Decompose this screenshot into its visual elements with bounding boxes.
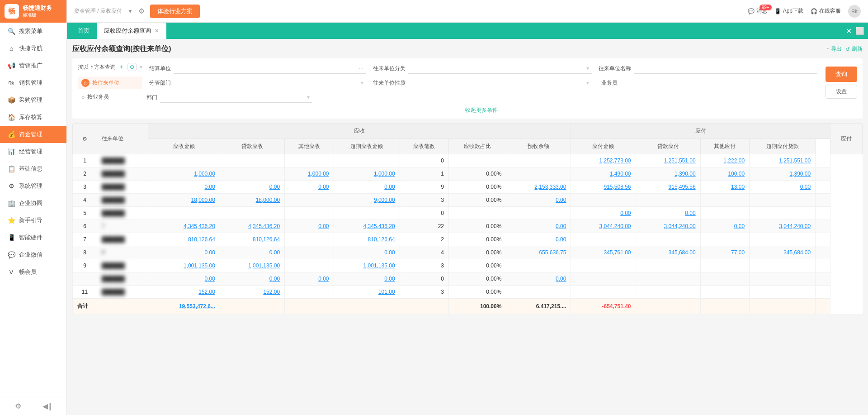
- cell-ar_count: 4: [400, 246, 448, 259]
- filter-nav-by-staff[interactable]: ○ 按业务员: [78, 91, 142, 103]
- sidebar-item-member[interactable]: V 畅会员: [0, 263, 66, 281]
- sidebar-item-enterprise[interactable]: 🏢 企业协同: [0, 195, 66, 212]
- cell-ar_other: [285, 207, 334, 220]
- logo-icon: 畅: [5, 4, 19, 19]
- sidebar-item-label: 基础信息: [19, 165, 42, 173]
- cell-ap_amount: [571, 259, 636, 272]
- cell-ar_amount: 152.00: [148, 286, 220, 299]
- cell-ar_amount: 1,000.00: [148, 167, 220, 181]
- settings-bottom-icon[interactable]: ⚙: [15, 402, 21, 410]
- cell-ar_amount: 0.00: [148, 272, 220, 286]
- sidebar-item-sales[interactable]: 🛍 销售管理: [0, 74, 66, 91]
- user-avatar[interactable]: Rit: [848, 5, 861, 18]
- filter-add-icon[interactable]: ＋: [118, 63, 125, 71]
- filter-nav-by-unit[interactable]: ◎ 按往来单位: [78, 76, 142, 89]
- cell-ap_amount: 915,508.56: [571, 181, 636, 194]
- marketing-icon: 📢: [7, 62, 15, 69]
- settings-button[interactable]: 设置: [826, 85, 857, 99]
- cell-unit: ██████: [97, 259, 148, 272]
- filter-collapse-left-icon[interactable]: «: [139, 64, 142, 70]
- cell-ap_loan: [636, 272, 700, 286]
- app-download-button[interactable]: 📱 App下载: [774, 7, 803, 15]
- dropdown-icon: ▾: [586, 65, 589, 72]
- staff-nav-icon: ○: [81, 94, 85, 100]
- cell-ap_overdue: [750, 194, 816, 207]
- filter-action-btns: 查询 设置: [821, 63, 857, 114]
- sidebar-item-hardware[interactable]: 📱 智能硬件: [0, 229, 66, 246]
- hardware-icon: 📱: [7, 234, 15, 241]
- filter-label: 按以下方案查询: [78, 63, 116, 71]
- cell-ap_loan: 1,390.00: [636, 167, 700, 181]
- cell-ar_count: 0: [400, 207, 448, 220]
- sidebar-item-funds[interactable]: 💰 资金管理: [0, 126, 66, 143]
- cell-ap_other: [700, 207, 749, 220]
- sidebar-item-guide[interactable]: ⭐ 新手引导: [0, 212, 66, 229]
- cell-ar_ratio: 0.00%: [449, 272, 506, 286]
- cell-ar_amount: 0.00: [148, 181, 220, 194]
- footer-ap-loan: [636, 299, 700, 314]
- topbar-gear-icon[interactable]: ⚙: [138, 7, 145, 15]
- tab-close-icon[interactable]: ✕: [155, 28, 159, 34]
- sidebar-item-inventory[interactable]: 🏠 库存核算: [0, 109, 66, 126]
- sidebar-item-label: 采购管理: [19, 96, 42, 104]
- sidebar-item-wechat[interactable]: 💬 企业微信: [0, 246, 66, 263]
- cell-unit: ██████: [97, 207, 148, 220]
- sidebar-item-marketing[interactable]: 📢 营销推广: [0, 57, 66, 74]
- cell-ar_ratio: 0.00%: [449, 167, 506, 181]
- maximize-window-icon[interactable]: ⬜: [855, 27, 864, 35]
- filter-row-3: 部门 ▾: [146, 92, 817, 103]
- unit-name-input[interactable]: [634, 63, 817, 74]
- logo-char: 畅: [8, 7, 15, 16]
- sidebar-item-system[interactable]: ⚙ 系统管理: [0, 177, 66, 195]
- cell-ap_loan: [636, 286, 700, 299]
- table-row: 1██████01,252,773.001,251,551.001,222.00…: [73, 154, 863, 167]
- tab-arquery[interactable]: 应收应付余额查询 ✕: [97, 23, 166, 39]
- cell-unit: ██████: [97, 233, 148, 246]
- sidebar-item-operations[interactable]: 📊 经营管理: [0, 143, 66, 160]
- sidebar-item-quicknav[interactable]: ⌂ 快捷导航: [0, 40, 66, 57]
- cell-ar_prepay: [506, 154, 571, 167]
- message-button[interactable]: 💬 消息 99+: [748, 7, 767, 15]
- department-input[interactable]: ▾: [160, 92, 312, 103]
- tab-home[interactable]: 首页: [71, 23, 97, 39]
- topbar-expand-icon[interactable]: ▼: [127, 8, 133, 14]
- tab-home-label: 首页: [78, 27, 90, 35]
- cell-ar_amount: 18,000.00: [148, 194, 220, 207]
- th-group-ap: 应付: [571, 124, 830, 139]
- funds-icon: 💰: [7, 131, 15, 138]
- export-button[interactable]: ↑ 导出: [826, 45, 842, 53]
- close-window-icon[interactable]: ✕: [846, 27, 852, 35]
- unit-nature-input[interactable]: ▾: [408, 77, 592, 88]
- query-button[interactable]: 查询: [826, 67, 857, 82]
- salesperson-input[interactable]: ···: [620, 77, 817, 88]
- cell-ap_loan: 1,251,551.00: [636, 154, 700, 167]
- export-label: 导出: [831, 45, 842, 53]
- cell-ap_overdue: 0.00: [750, 181, 816, 194]
- user-label: Rit: [851, 9, 857, 14]
- unit-category-input[interactable]: ▾: [408, 63, 592, 74]
- online-service-button[interactable]: 🎧 在线客服: [811, 7, 841, 15]
- filter-header: 按以下方案查询 ＋ ⊙ «: [78, 63, 142, 71]
- table-settings-th[interactable]: ⚙: [73, 124, 97, 154]
- cell-ar_amount: [148, 207, 220, 220]
- cell-ap_amount: 1,252,773.00: [571, 154, 636, 167]
- filter-settings-icon[interactable]: ⊙: [127, 63, 137, 71]
- dept-input[interactable]: ▾: [174, 77, 366, 88]
- sidebar-item-basic[interactable]: 📋 基础信息: [0, 160, 66, 177]
- sidebar-item-purchase[interactable]: 📦 采购管理: [0, 91, 66, 109]
- cell-num: [73, 272, 97, 286]
- collapse-sidebar-icon[interactable]: ◀‖: [42, 402, 52, 410]
- refresh-button[interactable]: ↺ 刷新: [845, 45, 863, 53]
- filter-collapse-btn[interactable]: 收起更多条件: [465, 107, 498, 113]
- page-content: 应收应付余额查询(按往来单位) ↑ 导出 ↺ 刷新 按以下方案查询 ＋ ⊙: [67, 39, 868, 415]
- settlement-dots-icon: ···: [359, 65, 363, 72]
- th-ap-amount: 应付金额: [571, 139, 636, 154]
- sidebar-item-search[interactable]: 🔍 搜索菜单: [0, 23, 66, 40]
- filter-settlement: 结算单位 ···: [146, 63, 366, 74]
- settlement-input[interactable]: ···: [174, 63, 366, 74]
- table-row: 5██████00.000.00: [73, 207, 863, 220]
- service-icon: 🎧: [811, 8, 817, 14]
- cell-ar_prepay: 0.00: [506, 220, 571, 233]
- promo-button[interactable]: 体验行业方案: [150, 5, 200, 18]
- sales-icon: 🛍: [7, 79, 15, 86]
